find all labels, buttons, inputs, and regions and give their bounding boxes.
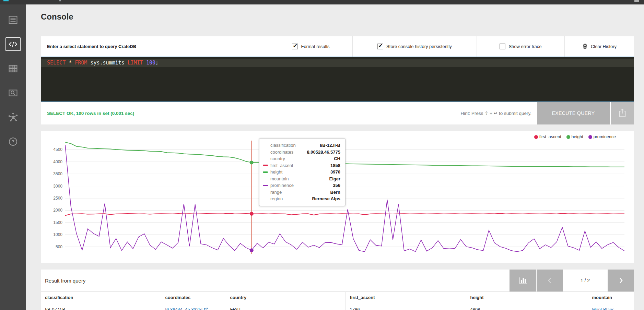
store-history-option[interactable]: Store console history persistently — [352, 36, 477, 57]
sidebar-item-console[interactable] — [0, 34, 26, 54]
share-query-button[interactable] — [611, 102, 634, 124]
next-page-button[interactable] — [608, 270, 634, 291]
cell-mountain: Mont Blanc — [588, 303, 634, 310]
format-results-option[interactable]: Format results — [269, 36, 352, 57]
svg-text:4500: 4500 — [53, 147, 62, 152]
column-header-mountain: mountain — [588, 292, 634, 303]
svg-text:?: ? — [11, 139, 14, 144]
prominence-marker-icon — [263, 185, 268, 186]
results-title: Result from query — [45, 270, 85, 291]
bar-chart-icon — [518, 276, 528, 285]
sql-token: sys.summits — [87, 60, 127, 66]
sidebar: ? — [0, 4, 26, 310]
query-status-message: SELECT OK, 100 rows in set (0.001 sec) — [47, 111, 134, 116]
sql-token: * — [66, 60, 75, 66]
legend-label: prominence — [594, 134, 616, 139]
first-ascent-marker-icon — [263, 165, 268, 166]
tooltip-row: prominence356 — [263, 182, 340, 189]
coordinates-link[interactable]: [6.86444, 45.8325] — [165, 307, 208, 310]
column-header-country: country — [226, 292, 346, 303]
main-content: Console Enter a select statement to quer… — [26, 4, 644, 310]
external-link-icon — [204, 308, 208, 310]
sql-query-line: SELECT * FROM sys.summits LIMIT 100; — [41, 59, 634, 67]
results-table-header-row: classification coordinates country first… — [41, 292, 634, 303]
previous-page-button[interactable] — [537, 270, 563, 291]
sql-token: LIMIT — [128, 60, 143, 66]
sidebar-item-tables[interactable] — [0, 59, 26, 79]
cell-coordinates: [6.86444, 45.8325] — [161, 303, 226, 310]
feed-list-icon — [5, 12, 21, 27]
show-error-trace-checkbox[interactable] — [500, 44, 505, 49]
tooltip-row: classificationI/B-12.II-B — [263, 142, 340, 149]
store-history-checkbox[interactable] — [377, 44, 383, 49]
page-title: Console — [41, 12, 73, 22]
results-toolbar: 1 / 2 — [510, 270, 634, 291]
help-question-icon: ? — [5, 134, 21, 149]
show-error-trace-label: Show error trace — [508, 44, 541, 49]
cluster-network-icon — [5, 109, 21, 125]
svg-text:500: 500 — [56, 245, 62, 249]
chart-legend: first_ascent height prominence — [534, 134, 616, 139]
format-results-label: Format results — [301, 44, 329, 49]
chevron-left-icon — [546, 276, 553, 285]
chart-toggle-button[interactable] — [510, 270, 536, 291]
navbar-dot — [59, 0, 61, 1]
sql-token: 100 — [143, 60, 155, 66]
legend-label: first_ascent — [539, 134, 561, 139]
format-results-checkbox[interactable] — [292, 44, 298, 49]
query-status-row: SELECT OK, 100 rows in set (0.001 sec) H… — [41, 102, 634, 124]
legend-item-height[interactable]: height — [566, 134, 583, 139]
svg-text:1000: 1000 — [53, 232, 62, 237]
sql-token: ; — [155, 60, 159, 66]
trash-icon — [582, 43, 588, 50]
tooltip-row: first_ascent1858 — [263, 162, 340, 169]
console-prompt-label: Enter a select statement to query CrateD… — [41, 36, 269, 57]
sidebar-item-cluster[interactable] — [0, 107, 26, 127]
crate-logo-fragment — [3, 0, 9, 1]
console-panel: Enter a select statement to query CrateD… — [41, 36, 634, 124]
page-indicator: 1 / 2 — [563, 270, 608, 291]
show-error-trace-option[interactable]: Show error trace — [477, 36, 564, 57]
mountain-link[interactable]: Mont Blanc — [592, 307, 614, 310]
settings-icon[interactable] — [634, 0, 639, 2]
submit-hint: Hint: Press ⇧ + ↵ to submit query. — [460, 102, 531, 124]
svg-text:3000: 3000 — [53, 184, 62, 189]
share-icon — [618, 108, 627, 119]
chevron-right-icon — [618, 276, 624, 285]
legend-item-first-ascent[interactable]: first_ascent — [534, 134, 561, 139]
column-header-coordinates: coordinates — [161, 292, 226, 303]
clear-history-label: Clear History — [591, 44, 617, 49]
first-ascent-dot-icon — [534, 135, 538, 139]
sql-token: SELECT — [47, 60, 66, 66]
sql-editor[interactable]: SELECT * FROM sys.summits LIMIT 100; — [41, 57, 634, 102]
svg-text:2000: 2000 — [53, 208, 62, 213]
tables-grid-icon — [5, 61, 21, 76]
cell-height: 4808 — [466, 303, 588, 310]
column-header-first-ascent: first_ascent — [346, 292, 466, 303]
tooltip-row: height3970 — [263, 169, 340, 176]
height-marker-icon — [263, 171, 268, 173]
console-code-icon — [5, 37, 21, 51]
results-panel: Result from query 1 / 2 classification — [41, 270, 634, 310]
chart-tooltip: classificationI/B-12.II-B coordinates8.0… — [259, 138, 346, 206]
console-options-row: Enter a select statement to query CrateD… — [41, 36, 634, 57]
execute-query-button[interactable]: EXECUTE QUERY — [537, 102, 610, 124]
table-row: I/B-07.V-B [6.86444, 45.8325] FR/IT 1786… — [41, 303, 634, 310]
cell-first-ascent: 1786 — [346, 303, 466, 310]
legend-item-prominence[interactable]: prominence — [588, 134, 616, 139]
prominence-dot-icon — [588, 135, 592, 139]
tooltip-row: mountainEiger — [263, 176, 340, 182]
results-table: classification coordinates country first… — [41, 291, 634, 310]
sidebar-item-overview[interactable] — [0, 10, 26, 30]
results-header: Result from query 1 / 2 — [41, 270, 634, 291]
chart-panel: 50010001500200025003000350040004500 firs… — [41, 131, 634, 263]
cell-classification: I/B-07.V-B — [41, 303, 161, 310]
legend-label: height — [572, 134, 583, 139]
svg-text:3500: 3500 — [53, 171, 62, 176]
sidebar-item-browser[interactable] — [0, 83, 26, 103]
tooltip-row: regionBernese Alps — [263, 195, 340, 202]
data-browser-icon — [5, 85, 21, 100]
clear-history-button[interactable]: Clear History — [564, 36, 634, 57]
sidebar-item-help[interactable]: ? — [0, 132, 26, 152]
tooltip-row: coordinates8.00528,46.5775 — [263, 149, 340, 156]
